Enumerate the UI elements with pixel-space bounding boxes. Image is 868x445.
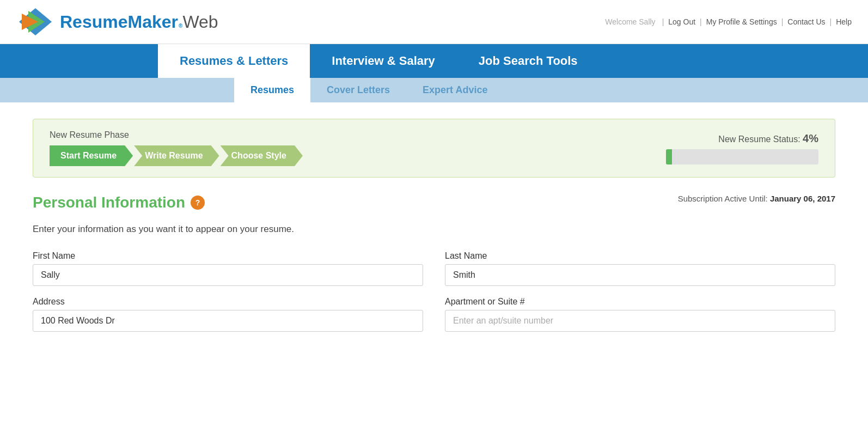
apartment-input[interactable] [445, 310, 835, 332]
phase-label: New Resume Phase [50, 130, 655, 140]
primary-nav: Resumes & Letters Interview & Salary Job… [0, 44, 868, 78]
main-content: New Resume Phase Start Resume Write Resu… [0, 102, 868, 359]
nav-resumes-letters[interactable]: Resumes & Letters [158, 44, 310, 78]
apartment-label: Apartment or Suite # [445, 297, 835, 307]
last-name-input[interactable] [445, 264, 835, 286]
address-label: Address [33, 297, 423, 307]
contact-us-link[interactable]: Contact Us [787, 17, 825, 26]
phase-left: New Resume Phase Start Resume Write Resu… [50, 130, 655, 166]
phase-right: New Resume Status: 4% [655, 132, 818, 164]
status-label: New Resume Status: 4% [655, 132, 818, 145]
address-input[interactable] [33, 310, 423, 332]
logo-registered: ® [179, 23, 182, 29]
first-name-label: First Name [33, 251, 423, 261]
form-group-address: Address [33, 297, 423, 332]
secondary-nav: Resumes Cover Letters Expert Advice [0, 78, 868, 102]
phase-box: New Resume Phase Start Resume Write Resu… [33, 119, 835, 178]
subnav-expert-advice[interactable]: Expert Advice [406, 78, 504, 102]
logo-resume: ResumeMaker [60, 12, 178, 32]
phase-steps: Start Resume Write Resume Choose Style [50, 145, 655, 166]
help-icon[interactable]: ? [191, 196, 205, 210]
logo-web: Web [182, 12, 218, 32]
section-header-row: Personal Information ? Subscription Acti… [33, 194, 835, 216]
phase-step-style[interactable]: Choose Style [221, 145, 303, 166]
logo-icon [16, 5, 54, 38]
form-row-name: First Name Last Name [33, 251, 835, 286]
progress-bar-container [666, 149, 818, 164]
form-row-address: Address Apartment or Suite # [33, 297, 835, 332]
nav-interview-salary[interactable]: Interview & Salary [310, 44, 457, 78]
logout-link[interactable]: Log Out [668, 17, 695, 26]
last-name-label: Last Name [445, 251, 835, 261]
phase-step-start[interactable]: Start Resume [50, 145, 133, 166]
first-name-input[interactable] [33, 264, 423, 286]
help-link[interactable]: Help [836, 17, 852, 26]
subnav-resumes[interactable]: Resumes [234, 78, 310, 102]
profile-settings-link[interactable]: My Profile & Settings [706, 17, 777, 26]
nav-job-search-tools[interactable]: Job Search Tools [457, 44, 600, 78]
logo-area: ResumeMaker® Web [16, 5, 218, 38]
description-text: Enter your information as you want it to… [33, 224, 835, 235]
form-group-apartment: Apartment or Suite # [445, 297, 835, 332]
form-group-last-name: Last Name [445, 251, 835, 286]
subscription-date: January 06, 2017 [770, 194, 835, 203]
logo-text: ResumeMaker® Web [60, 12, 218, 32]
welcome-text: Welcome Sally [605, 17, 655, 26]
progress-bar-fill [666, 149, 672, 164]
header: ResumeMaker® Web Welcome Sally | Log Out… [0, 0, 868, 44]
personal-info-title: Personal Information [33, 194, 185, 211]
subscription-info: Subscription Active Until: January 06, 2… [678, 194, 835, 203]
form-group-first-name: First Name [33, 251, 423, 286]
status-percent: 4% [803, 132, 818, 144]
section-title: Personal Information ? [33, 194, 205, 211]
header-nav: Welcome Sally | Log Out | My Profile & S… [603, 17, 852, 26]
subnav-cover-letters[interactable]: Cover Letters [310, 78, 406, 102]
phase-step-write[interactable]: Write Resume [134, 145, 219, 166]
